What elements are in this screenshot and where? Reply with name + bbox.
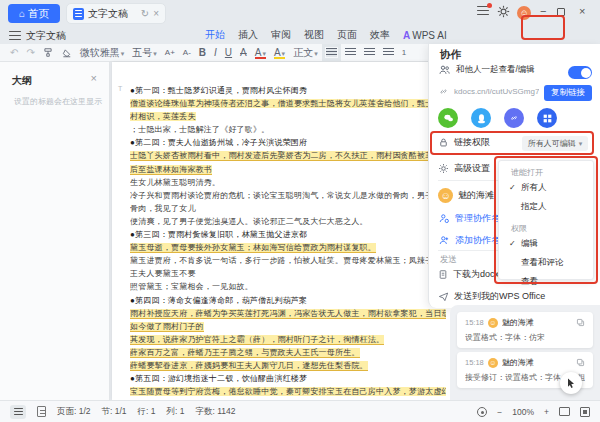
menu-tab[interactable]: 开始 xyxy=(204,26,226,44)
menu-tab[interactable]: 页面 xyxy=(336,26,358,44)
font-family-select[interactable]: 微软雅黑▾ xyxy=(80,46,125,60)
eye-protection-icon[interactable] xyxy=(477,407,487,417)
doc-line: ；士隐出家，士隐解注了《好了歌》。 xyxy=(130,123,446,136)
strikethrough-icon[interactable]: A xyxy=(240,47,247,58)
main-menu-icon[interactable] xyxy=(477,6,489,15)
status-bar: 页面: 1/2 节: 1/1 行: 1 列: 1 字数: 1142 − 100%… xyxy=(0,400,600,422)
locate-icon[interactable] xyxy=(576,358,585,367)
copy-link-circle-icon[interactable] xyxy=(504,108,524,128)
fit-page-icon[interactable] xyxy=(559,407,570,416)
tab-close-icon[interactable]: × xyxy=(153,9,159,19)
highlight-color-icon[interactable]: A▾ xyxy=(274,47,285,58)
page-mode-icon[interactable] xyxy=(37,406,46,417)
outline-close-icon[interactable]: × xyxy=(91,72,97,84)
send-to-wps-label: 发送到我的WPS Office xyxy=(454,290,545,303)
align-justify-icon[interactable] xyxy=(383,48,394,57)
wechat-icon[interactable] xyxy=(438,108,458,128)
doc-line: 如今做了雨村门子的 xyxy=(130,320,446,333)
manage-collaborators-row[interactable]: 管理协作者 xyxy=(438,212,500,225)
qq-icon[interactable] xyxy=(471,108,491,128)
link-permission-label: 链接权限 xyxy=(454,136,490,149)
cursor-pointer-icon xyxy=(565,377,577,389)
invite-toggle[interactable] xyxy=(568,66,592,79)
check-icon xyxy=(509,239,518,248)
settings-gear-icon[interactable] xyxy=(497,5,510,18)
doc-line: 生女儿林黛玉聪明清秀。 xyxy=(130,176,446,189)
menu-toggle-icon[interactable] xyxy=(10,405,26,419)
document-tab[interactable]: 文字文稿 ↻ × xyxy=(66,3,166,24)
align-right-icon[interactable] xyxy=(364,48,375,57)
doc-line: ●第三回：贾雨村夤缘复旧职，林黛玉抛父进京都 xyxy=(130,228,446,241)
doc-line: 雨村补授应天府，薛蟠为争买英莲打死冯渊，冯家告状无人做主，雨村欲拿案犯，当日葫芦… xyxy=(130,307,446,320)
increase-font-icon[interactable]: A+ xyxy=(165,48,175,57)
align-center-icon[interactable] xyxy=(345,48,356,57)
copy-link-button[interactable]: 复制链接 xyxy=(544,85,592,101)
check-icon xyxy=(509,183,518,192)
clear-format-icon[interactable] xyxy=(61,48,72,58)
record-avatar: ☺ xyxy=(488,358,498,368)
outline-title: 大纲 xyxy=(12,74,32,88)
doc-line: 村相识，英莲丢失 xyxy=(130,110,446,123)
paragraph-style-select[interactable]: 正文▾ xyxy=(293,46,318,60)
advanced-settings-row[interactable]: 高级设置 xyxy=(438,162,490,175)
menu-tab[interactable]: 审阅 xyxy=(270,26,292,44)
doc-line: 僧道谈论绛珠仙草为神瑛侍者还泪之事，僧道要求甄士隐将女儿英莲舍给他们，甄士隐与雨 xyxy=(130,97,446,110)
underline-icon[interactable]: U xyxy=(225,47,232,58)
home-button[interactable]: ⌂ 首页 xyxy=(8,4,60,23)
dropdown-group-open: 谁能打开 xyxy=(511,167,543,178)
undo-icon[interactable]: ↶ xyxy=(10,47,18,58)
share-link-url[interactable]: kdocs.cn/l/cutUvSGmg7 xyxy=(454,87,539,96)
minimize-button[interactable]: − xyxy=(540,6,546,17)
permission-value-dropdown[interactable]: 所有人可编辑 ▾ xyxy=(522,136,588,151)
doc-line: ●第一回：甄士隐梦幻识通灵，贾雨村风尘怀闺秀 xyxy=(130,84,446,97)
outline-hint: 设置的标题会在这里显示 xyxy=(14,96,102,107)
align-left-icon[interactable] xyxy=(326,48,337,57)
gear-icon xyxy=(438,163,449,174)
document-page[interactable]: T ●第一回：甄士隐梦幻识通灵，贾雨村风尘怀闺秀 僧道谈论绛珠仙草为神瑛侍者还泪… xyxy=(112,62,452,400)
menu-tab[interactable]: 视图 xyxy=(303,26,325,44)
numbered-list-icon[interactable]: 1 xyxy=(402,48,406,57)
italic-icon[interactable]: I xyxy=(214,47,217,58)
bold-icon[interactable]: B xyxy=(199,47,206,58)
permission-value: 所有人可编辑 xyxy=(528,138,576,149)
font-family-value: 微软雅黑 xyxy=(80,47,120,58)
zoom-in-icon[interactable]: + xyxy=(544,407,549,417)
title-bar: ⌂ 首页 文字文稿 ↻ × ☺ − × xyxy=(0,0,600,26)
close-button[interactable]: × xyxy=(579,6,585,17)
dropdown-option[interactable]: 查看 xyxy=(499,272,595,291)
status-page: 页面: 1/2 xyxy=(57,406,91,418)
share-channels-row xyxy=(438,108,557,128)
share-link-row[interactable]: kdocs.cn/l/cutUvSGmg7 xyxy=(438,86,539,97)
font-size-select[interactable]: 五号▾ xyxy=(132,46,157,60)
menu-tab[interactable]: 效率 xyxy=(369,26,391,44)
decrease-font-icon[interactable]: A- xyxy=(183,48,191,57)
status-section: 节: 1/1 xyxy=(102,406,127,418)
sync-icon[interactable]: ↻ xyxy=(141,9,149,19)
send-to-wps-row[interactable]: 发送到我的WPS Office xyxy=(438,290,545,303)
more-apps-icon[interactable] xyxy=(537,108,557,128)
dropdown-option[interactable]: 指定人 xyxy=(499,197,595,216)
link-icon xyxy=(438,86,449,97)
doc-line: 王夫人要黛玉不要 xyxy=(130,267,446,280)
add-collaborator-row[interactable]: 添加协作者 xyxy=(438,234,500,247)
doc-line: 宝玉随贾母等到宁府赏梅，倦怠欲睡中觉，秦可卿安排宝玉在自己房中入梦，梦游太虚幻境 xyxy=(130,385,446,398)
font-color-icon[interactable]: A▾ xyxy=(255,47,266,58)
dropdown-option[interactable]: 查看和评论 xyxy=(499,253,595,272)
fullscreen-icon[interactable] xyxy=(580,407,590,417)
locate-icon[interactable] xyxy=(576,318,585,327)
dropdown-option[interactable]: 编辑 xyxy=(499,234,595,253)
link-permission-row[interactable]: 链接权限 xyxy=(438,136,490,149)
invite-row[interactable]: 和他人一起查看/编辑 xyxy=(438,64,535,76)
dropdown-option[interactable]: 所有人 xyxy=(499,178,595,197)
zoom-level[interactable]: 100% xyxy=(512,407,534,417)
file-menu-icon[interactable] xyxy=(9,31,21,40)
doc-line: 士隐丫头娇杏被雨村看中，雨村发迹后先娶娇杏为二房，不久扶正，雨村因贪酷被革职 xyxy=(130,149,446,162)
menu-tab[interactable]: WPS AI xyxy=(402,28,448,43)
format-painter-icon[interactable] xyxy=(43,47,53,58)
zoom-out-icon[interactable]: − xyxy=(497,407,502,417)
redo-icon[interactable]: ↷ xyxy=(26,47,34,58)
menu-tab[interactable]: 插入 xyxy=(237,26,259,44)
account-avatar[interactable]: ☺ xyxy=(517,6,531,20)
send-icon xyxy=(438,291,449,302)
maximize-button[interactable] xyxy=(557,8,565,16)
